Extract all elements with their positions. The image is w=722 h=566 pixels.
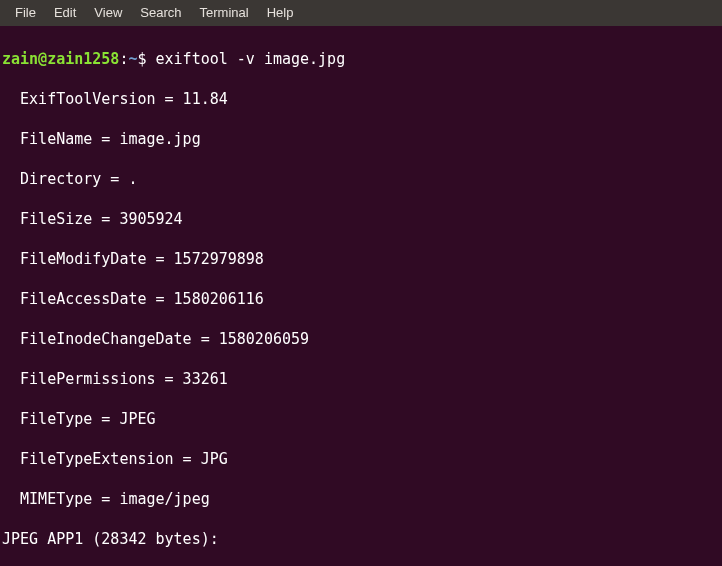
menu-edit[interactable]: Edit: [45, 3, 85, 23]
output-line: FileName = image.jpg: [2, 129, 720, 149]
menu-terminal[interactable]: Terminal: [191, 3, 258, 23]
menu-view[interactable]: View: [85, 3, 131, 23]
output-line: FileInodeChangeDate = 1580206059: [2, 329, 720, 349]
prompt-userhost: zain@zain1258: [2, 50, 119, 68]
output-line: FileType = JPEG: [2, 409, 720, 429]
output-line: FilePermissions = 33261: [2, 369, 720, 389]
prompt-dollar: $: [137, 50, 155, 68]
output-line: FileAccessDate = 1580206116: [2, 289, 720, 309]
command-text: exiftool -v image.jpg: [156, 50, 346, 68]
output-line: ExifToolVersion = 11.84: [2, 89, 720, 109]
output-line: FileModifyDate = 1572979898: [2, 249, 720, 269]
menu-help[interactable]: Help: [258, 3, 303, 23]
output-line: JPEG APP1 (28342 bytes):: [2, 529, 720, 549]
output-line: FileSize = 3905924: [2, 209, 720, 229]
output-line: FileTypeExtension = JPG: [2, 449, 720, 469]
terminal-area[interactable]: zain@zain1258:~$ exiftool -v image.jpg E…: [0, 26, 722, 566]
prompt-line: zain@zain1258:~$ exiftool -v image.jpg: [2, 49, 720, 69]
output-line: MIMEType = image/jpeg: [2, 489, 720, 509]
menu-file[interactable]: File: [6, 3, 45, 23]
output-line: Directory = .: [2, 169, 720, 189]
menubar: File Edit View Search Terminal Help: [0, 0, 722, 26]
menu-search[interactable]: Search: [131, 3, 190, 23]
